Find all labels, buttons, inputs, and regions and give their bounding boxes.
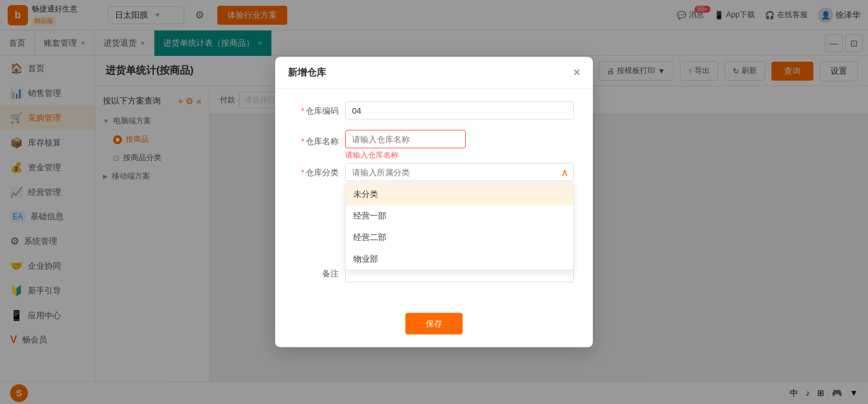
category-label: 仓库分类 xyxy=(294,163,345,178)
name-error-msg: 请输入仓库名称 xyxy=(345,151,398,159)
modal-overlay[interactable]: 新增仓库 × 仓库编码 仓库名称 请输入仓库名称 仓库分类 xyxy=(0,0,868,404)
modal-footer: 保存 xyxy=(275,306,593,347)
category-arrow-icon[interactable]: ∧ xyxy=(561,166,569,178)
name-input[interactable] xyxy=(345,130,466,149)
code-label: 仓库编码 xyxy=(294,102,345,117)
dropdown-item-uncategorized[interactable]: 未分类 xyxy=(346,184,573,205)
save-button[interactable]: 保存 xyxy=(405,313,463,335)
modal-title: 新增仓库 xyxy=(288,67,326,79)
category-input[interactable] xyxy=(345,163,574,182)
category-select-wrap: ∧ 未分类 经营一部 经营二部 物业部 xyxy=(345,163,574,182)
code-field-row: 仓库编码 xyxy=(294,102,574,120)
code-input[interactable] xyxy=(345,102,574,120)
modal-header: 新增仓库 × xyxy=(275,57,593,89)
note-label: 备注 xyxy=(294,264,345,279)
modal-body: 仓库编码 仓库名称 请输入仓库名称 仓库分类 ∧ xyxy=(275,89,593,306)
modal-close-button[interactable]: × xyxy=(573,66,580,79)
name-label: 仓库名称 xyxy=(294,131,345,147)
category-dropdown: 未分类 经营一部 经营二部 物业部 xyxy=(345,183,574,271)
dropdown-item-dept1[interactable]: 经营一部 xyxy=(346,205,573,227)
category-field-row: 仓库分类 ∧ 未分类 经营一部 经营二部 物业部 xyxy=(294,163,574,182)
dropdown-item-dept2[interactable]: 经营二部 xyxy=(346,227,573,248)
name-field-row: 仓库名称 请输入仓库名称 xyxy=(294,130,574,161)
new-warehouse-modal: 新增仓库 × 仓库编码 仓库名称 请输入仓库名称 仓库分类 xyxy=(275,57,593,347)
dropdown-item-property[interactable]: 物业部 xyxy=(346,248,573,270)
